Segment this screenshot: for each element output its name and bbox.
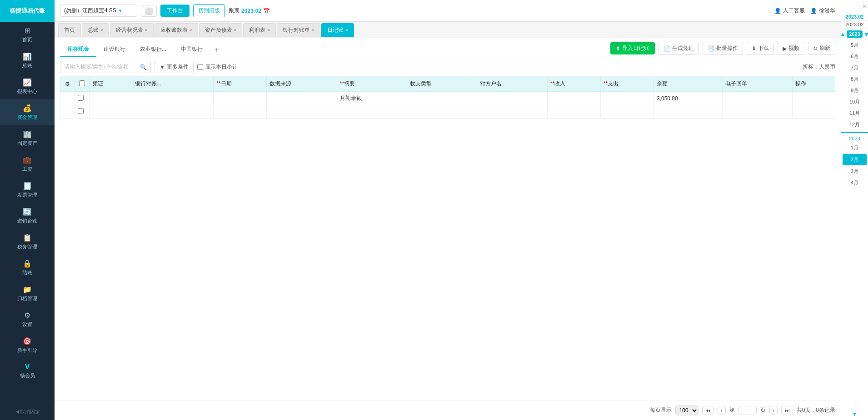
- tab-home[interactable]: 首页: [58, 23, 81, 37]
- close-tab-ledger[interactable]: ×: [100, 28, 103, 33]
- tab-profit[interactable]: 利润表 ×: [243, 23, 276, 37]
- row2-counterpart: [477, 105, 547, 119]
- page-number-input[interactable]: 1: [738, 406, 757, 415]
- sidebar-item-ledger[interactable]: 📊 总账: [0, 48, 55, 74]
- sub-tab-more-icon[interactable]: +: [210, 43, 223, 57]
- row1-action[interactable]: [793, 92, 835, 105]
- sub-tab-agriculture-bank[interactable]: 农业银行...: [133, 43, 174, 57]
- tab-business[interactable]: 经营状况表 ×: [110, 23, 154, 37]
- sub-tab-construction-bank[interactable]: 建设银行: [96, 43, 133, 57]
- more-filter-button[interactable]: ▼ 更多条件: [155, 61, 194, 73]
- sidebar-item-member[interactable]: V 畅会员: [0, 358, 55, 384]
- last-page-button[interactable]: ⏭: [781, 406, 793, 415]
- content-area: 库存现金 建设银行 农业银行... 中国银行 + ⬆ 导入日记账 📄 生成凭证 …: [55, 38, 841, 420]
- close-panel-button[interactable]: ×: [863, 3, 866, 10]
- copy-button[interactable]: ⬜: [141, 5, 157, 17]
- tab-receivable[interactable]: 应收账款表 ×: [155, 23, 198, 37]
- tab-balance-sheet[interactable]: 资产负债表 ×: [199, 23, 243, 37]
- month-11[interactable]: 11月: [841, 108, 868, 119]
- close-tab-journal[interactable]: ×: [345, 28, 348, 33]
- sidebar-item-wages[interactable]: 💼 工资: [0, 151, 55, 177]
- close-tab-business[interactable]: ×: [145, 28, 148, 33]
- download-button[interactable]: ⬇ 下载: [747, 42, 774, 55]
- tab-bank-statement[interactable]: 银行对账单 ×: [277, 23, 320, 37]
- close-tab-balance[interactable]: ×: [234, 28, 237, 33]
- batch-operation-button[interactable]: 📑 批量操作: [703, 42, 743, 55]
- generate-voucher-button[interactable]: 📄 生成凭证: [658, 42, 699, 55]
- table-row: [60, 105, 835, 119]
- customer-service[interactable]: 👤 人工客服: [774, 7, 805, 15]
- row1-checkbox[interactable]: [75, 92, 90, 105]
- sidebar-item-guide[interactable]: 🎯 新手引导: [0, 332, 55, 358]
- row2-checkbox[interactable]: [75, 105, 90, 119]
- year-next-button[interactable]: ▼: [863, 30, 868, 38]
- app-logo: 畅捷通易代账: [0, 0, 55, 22]
- month-1[interactable]: 1月: [841, 142, 868, 153]
- first-page-button[interactable]: ⏮: [702, 406, 714, 415]
- panel-nav-down[interactable]: ▼: [841, 408, 868, 420]
- col-data-source: 数据来源: [267, 76, 337, 92]
- user-profile[interactable]: 👤 徐漫华: [810, 7, 835, 15]
- close-tab-profit[interactable]: ×: [267, 28, 270, 33]
- sidebar-item-archive[interactable]: 📁 归档管理: [0, 281, 55, 306]
- daily-subtotal-checkbox[interactable]: [197, 64, 203, 70]
- period-row-current[interactable]: 2023.02: [841, 13, 868, 21]
- import-journal-button[interactable]: ⬆ 导入日记账: [610, 42, 655, 54]
- month-6[interactable]: 6月: [841, 51, 868, 62]
- year-divider: [841, 132, 868, 133]
- total-records: 共0页，0条记录: [797, 406, 835, 414]
- sidebar-item-purchase-sales[interactable]: 🔄 进销台账: [0, 203, 55, 229]
- month-5[interactable]: 5月: [841, 40, 868, 51]
- month-2[interactable]: 2月: [843, 154, 867, 165]
- month-8[interactable]: 8月: [841, 74, 868, 85]
- old-version-button[interactable]: 切到旧版: [193, 4, 225, 17]
- row2-action[interactable]: [793, 105, 835, 119]
- nav-down-icon[interactable]: ▼: [852, 411, 858, 417]
- sidebar-item-invoices[interactable]: 🧾 发票管理: [0, 177, 55, 203]
- sidebar-item-reports[interactable]: 📈 报表中心: [0, 74, 55, 99]
- show-daily-subtotal[interactable]: 显示本日小计: [197, 63, 238, 71]
- sidebar-item-funds[interactable]: 💰 资金管理: [0, 99, 55, 125]
- company-selector[interactable]: (勿删）江西超宝-LSS ▼: [60, 5, 137, 17]
- sidebar-item-settings[interactable]: ⚙ 设置: [0, 306, 55, 332]
- month-12[interactable]: 12月: [841, 119, 868, 130]
- search-icon[interactable]: 🔍: [140, 64, 147, 70]
- sidebar-item-label: 工资: [22, 166, 32, 173]
- month-9[interactable]: 9月: [841, 85, 868, 96]
- sidebar-item-close[interactable]: 🔒 结账: [0, 255, 55, 281]
- close-tab-receivable[interactable]: ×: [190, 28, 192, 33]
- sidebar-unpin[interactable]: ◀取消固定: [0, 404, 55, 420]
- voucher-icon: 📄: [663, 45, 670, 52]
- search-box[interactable]: 请输入摘要/类型/户名/金额 🔍: [60, 61, 151, 73]
- col-settings[interactable]: ⚙: [60, 76, 75, 92]
- year-prev-button[interactable]: ▲: [841, 30, 846, 38]
- month-3[interactable]: 3月: [841, 166, 868, 177]
- col-checkbox[interactable]: [75, 76, 90, 92]
- refresh-button[interactable]: ↻ 刷新: [808, 42, 835, 55]
- sidebar-item-tax[interactable]: 📋 税务管理: [0, 229, 55, 255]
- sub-tab-china-bank[interactable]: 中国银行: [174, 43, 210, 57]
- video-button[interactable]: ▶ 视频: [778, 42, 804, 55]
- sub-tab-cash[interactable]: 库存现金: [60, 43, 96, 57]
- row1-electronic: [723, 92, 793, 105]
- period-calendar-icon[interactable]: 📅: [263, 8, 270, 14]
- close-tab-bank[interactable]: ×: [312, 28, 314, 33]
- per-page-select[interactable]: 100 50 200: [675, 405, 698, 415]
- reports-icon: 📈: [23, 78, 32, 87]
- sidebar-item-home[interactable]: ⊞ 首页: [0, 22, 55, 48]
- next-page-button[interactable]: ›: [769, 406, 778, 415]
- month-7[interactable]: 7月: [841, 62, 868, 74]
- col-date: **日期: [214, 76, 267, 92]
- prev-page-button[interactable]: ‹: [718, 406, 726, 415]
- sidebar-item-label: 首页: [22, 36, 32, 43]
- tab-ledger[interactable]: 总账 ×: [82, 23, 109, 37]
- select-all-checkbox[interactable]: [79, 80, 85, 86]
- tab-journal[interactable]: 日记账 ×: [321, 23, 354, 37]
- workbench-button[interactable]: 工作台: [160, 5, 190, 17]
- month-10[interactable]: 10月: [841, 96, 868, 108]
- assets-icon: 🏢: [23, 130, 32, 138]
- sidebar-item-assets[interactable]: 🏢 固定资产: [0, 125, 55, 151]
- row1-date: [214, 92, 267, 105]
- month-4[interactable]: 4月: [841, 177, 868, 188]
- period-row-prev[interactable]: 2023.02: [841, 21, 868, 29]
